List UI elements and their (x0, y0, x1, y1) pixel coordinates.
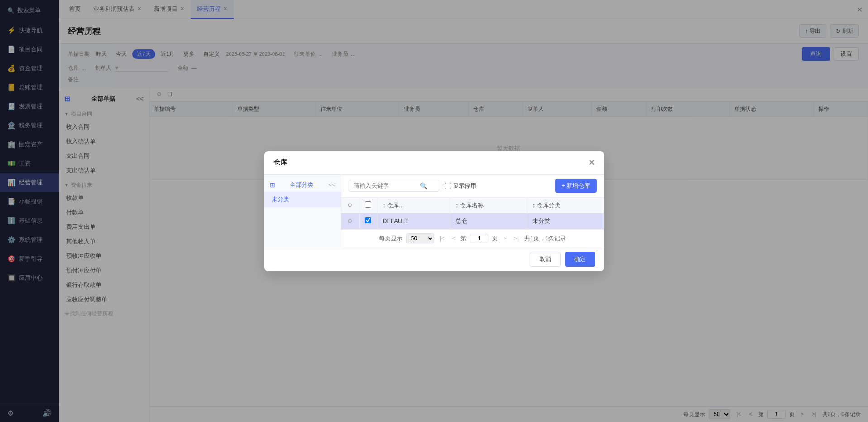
cancel-button[interactable]: 取消 (530, 252, 561, 267)
show-disabled-label[interactable]: 显示停用 (445, 182, 476, 190)
modal-title: 仓库 (273, 158, 287, 167)
all-categories-label: 全部分类 (290, 181, 313, 189)
modal-page-label: 第 (460, 234, 466, 243)
modal-prev-page-btn[interactable]: < (450, 234, 457, 243)
modal-first-page-btn[interactable]: |< (438, 234, 446, 243)
row-checkbox[interactable] (360, 213, 377, 229)
modal-col-category[interactable]: ↕ 仓库分类 (527, 198, 604, 213)
modal-overlay[interactable]: 仓库 ✕ ⊞ 全部分类 << 未分类 (0, 0, 868, 422)
row-gear[interactable]: ⚙ (341, 213, 360, 229)
column-gear-icon[interactable]: ⚙ (347, 202, 353, 209)
modal-col-code[interactable]: ↕ 仓库... (377, 198, 450, 213)
row-name: 总仓 (450, 213, 527, 229)
modal-sidebar: ⊞ 全部分类 << 未分类 (264, 175, 341, 247)
show-disabled-checkbox[interactable] (445, 183, 451, 189)
modal-next-page-btn[interactable]: > (501, 234, 508, 243)
add-warehouse-button[interactable]: + 新增仓库 (555, 179, 596, 193)
modal-table-header-row: ⚙ ↕ 仓库... ↕ 仓库名称 (341, 198, 604, 213)
row-category: 未分类 (527, 213, 604, 229)
modal-per-page-label: 每页显示 (379, 234, 403, 243)
modal-col-name[interactable]: ↕ 仓库名称 (450, 198, 527, 213)
modal-page-input[interactable] (470, 234, 488, 243)
modal-sidebar-all[interactable]: ⊞ 全部分类 << (264, 178, 341, 192)
modal-search-icon[interactable]: 🔍 (420, 182, 427, 189)
modal-col-checkbox (360, 198, 377, 213)
col-category-label: ↕ 仓库分类 (532, 202, 561, 209)
modal-page-suffix: 页 (492, 234, 498, 243)
modal-last-page-btn[interactable]: >| (512, 234, 521, 243)
col-code-label: ↕ 仓库... (383, 202, 404, 209)
modal-table: ⚙ ↕ 仓库... ↕ 仓库名称 (341, 198, 604, 229)
modal-col-gear: ⚙ (341, 198, 360, 213)
modal-toolbar: 🔍 显示停用 + 新增仓库 (341, 175, 604, 198)
modal-per-page-select[interactable]: 50 (406, 233, 434, 243)
modal-select-all-checkbox[interactable] (365, 201, 371, 208)
modal-table-wrap: ⚙ ↕ 仓库... ↕ 仓库名称 (341, 198, 604, 229)
modal-table-row[interactable]: ⚙ DEFAULT 总仓 未分类 (341, 213, 604, 229)
modal-footer: 取消 确定 (264, 247, 604, 271)
modal-pagination: 每页显示 50 |< < 第 页 > >| 共1页，1条记录 (341, 229, 604, 247)
confirm-button[interactable]: 确定 (565, 252, 595, 267)
modal-sidebar-item-uncategorized[interactable]: 未分类 (264, 192, 341, 207)
modal-search-input[interactable] (354, 182, 417, 189)
col-name-label: ↕ 仓库名称 (456, 202, 484, 209)
row-code: DEFAULT (377, 213, 450, 229)
modal-body: ⊞ 全部分类 << 未分类 🔍 (264, 175, 604, 247)
modal-total-records: 共1页，1条记录 (524, 234, 566, 243)
modal-close-button[interactable]: ✕ (588, 158, 595, 168)
warehouse-modal: 仓库 ✕ ⊞ 全部分类 << 未分类 (264, 151, 604, 271)
row-select-checkbox[interactable] (365, 217, 371, 223)
modal-search-box: 🔍 (349, 180, 439, 192)
all-categories-icon: ⊞ (270, 181, 275, 189)
sidebar-collapse-icon[interactable]: << (328, 181, 335, 188)
modal-header: 仓库 ✕ (264, 151, 604, 175)
modal-main: 🔍 显示停用 + 新增仓库 (341, 175, 604, 247)
